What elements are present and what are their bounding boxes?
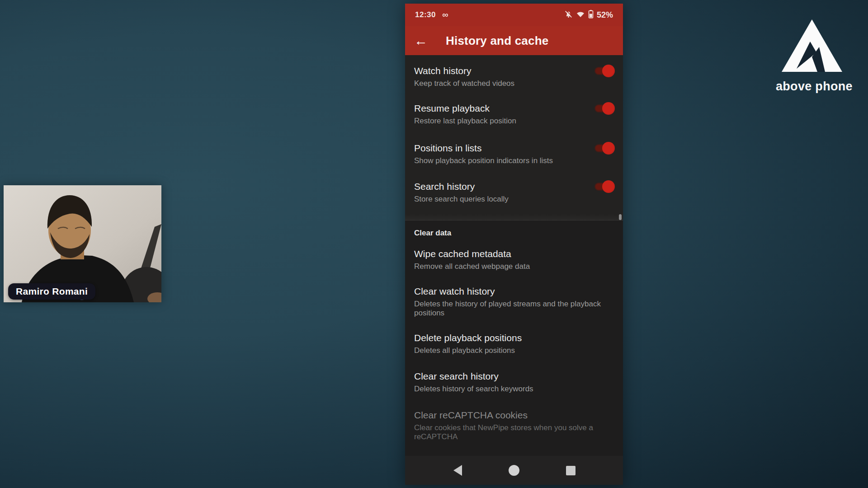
action-subtitle: Clear cookies that NewPipe stores when y… [414,423,604,441]
setting-subtitle: Store search queries locally [414,195,604,204]
action-title: Wipe cached metadata [414,248,604,260]
back-triangle-icon [453,465,462,476]
setting-title: Watch history [414,65,604,77]
action-title: Clear watch history [414,286,604,297]
above-phone-brand: above phone [776,18,848,94]
setting-search-history[interactable]: Search history Store search queries loca… [414,181,604,204]
speaker-name-tag: Ramiro Romani [8,283,95,300]
above-phone-logo-text: above phone [776,80,848,94]
action-clear-recaptcha-cookies: Clear reCAPTCHA cookies Clear cookies th… [414,409,604,441]
action-clear-search-history[interactable]: Clear search history Deletes history of … [414,371,604,394]
action-wipe-cached-metadata[interactable]: Wipe cached metadata Remove all cached w… [414,248,604,271]
phone-screen: 12:30 ∞ [405,4,623,485]
action-subtitle: Deletes history of search keywords [414,385,604,394]
setting-resume-playback[interactable]: Resume playback Restore last playback po… [414,103,604,126]
setting-subtitle: Show playback position indicators in lis… [414,156,604,165]
setting-title: Positions in lists [414,142,604,154]
resume-playback-toggle[interactable] [595,104,614,113]
setting-positions-in-lists[interactable]: Positions in lists Show playback positio… [414,142,604,165]
notifications-off-icon [564,10,573,20]
nav-recents-button[interactable] [565,465,576,476]
data-saver-icon: ∞ [442,10,448,20]
android-nav-bar [405,456,623,485]
app-bar: ← History and cache [405,26,623,55]
above-phone-logo-icon [780,18,844,73]
toggle-thumb [602,180,615,193]
home-circle-icon [509,465,519,476]
recents-square-icon [566,466,576,475]
setting-title: Resume playback [414,103,604,114]
setting-subtitle: Restore last playback position [414,117,604,126]
action-subtitle: Remove all cached webpage data [414,262,604,271]
setting-title: Search history [414,181,604,192]
status-bar: 12:30 ∞ [405,4,623,26]
search-history-toggle[interactable] [595,182,614,191]
toggle-thumb [602,102,615,115]
battery-percent: 52% [597,10,613,20]
positions-in-lists-toggle[interactable] [595,144,614,153]
action-subtitle: Deletes the history of played streams an… [414,300,604,318]
setting-subtitle: Keep track of watched videos [414,79,604,88]
status-time: 12:30 [415,10,436,19]
section-divider [405,220,623,221]
back-arrow-icon[interactable]: ← [414,34,432,47]
battery-icon [588,9,594,20]
toggle-thumb [602,142,615,155]
action-clear-watch-history[interactable]: Clear watch history Deletes the history … [414,286,604,318]
webcam-video: 25 3 Ramiro Romani [4,185,161,302]
scrollbar-thumb[interactable] [619,214,622,220]
action-title: Clear reCAPTCHA cookies [414,409,604,421]
section-header-clear-data: Clear data [414,229,451,238]
nav-home-button[interactable] [509,465,519,476]
video-frame-background: 12:30 ∞ [0,0,868,488]
watch-history-toggle[interactable] [595,66,614,75]
action-delete-playback-positions[interactable]: Delete playback positions Deletes all pl… [414,332,604,355]
speaker-name: Ramiro Romani [16,286,88,297]
section-divider-glow [405,214,623,220]
settings-list: Watch history Keep track of watched vide… [405,55,623,456]
wifi-icon [576,10,585,20]
page-title: History and cache [446,34,548,48]
setting-watch-history[interactable]: Watch history Keep track of watched vide… [414,65,604,88]
action-title: Clear search history [414,371,604,382]
action-subtitle: Deletes all playback positions [414,346,604,355]
nav-back-button[interactable] [452,465,463,476]
toggle-thumb [602,65,615,77]
action-title: Delete playback positions [414,332,604,344]
